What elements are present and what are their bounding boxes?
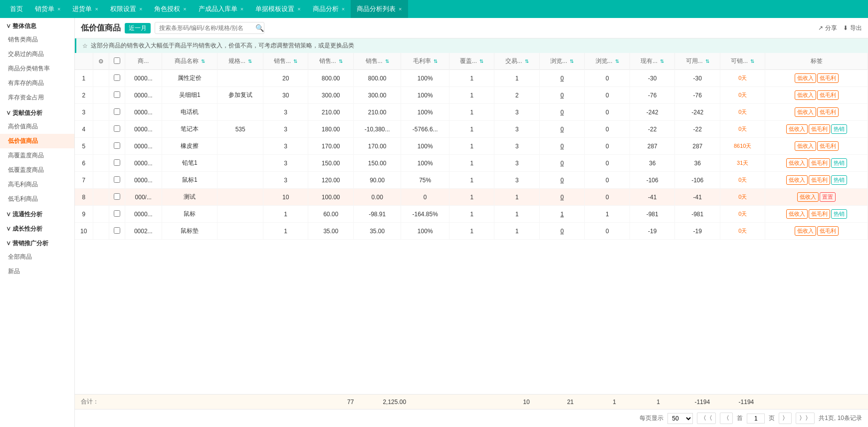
export-button[interactable]: ⬇ 导出 [843, 24, 862, 32]
cell-sales1: 20 [263, 70, 308, 87]
select-all-checkbox[interactable] [114, 57, 120, 64]
first-page-button[interactable]: 〈〈 [697, 413, 716, 424]
footer-totals: 合计： 772,125.00102111-1194-1194 [75, 394, 868, 409]
sidebar-item-低毛利商品[interactable]: 低毛利商品 [0, 192, 74, 206]
cell-cover: 1 [449, 223, 494, 240]
th-num [75, 53, 93, 70]
sidebar-item-低价值商品[interactable]: 低价值商品 [0, 134, 74, 148]
settings-icon[interactable]: ⚙ [98, 58, 104, 65]
cell-name: 属性定价 [162, 70, 217, 87]
cell-name: 电话机 [162, 104, 217, 121]
view-link[interactable]: 0 [560, 194, 564, 201]
table-row: 100002...鼠标垫135.0035.00100%1100-19-190天低… [75, 223, 868, 240]
sidebar-item-高覆盖度商品[interactable]: 高覆盖度商品 [0, 148, 74, 163]
close-icon[interactable]: × [399, 6, 402, 12]
sidebar-section-title[interactable]: ∨ 营销推广分析 [0, 235, 74, 250]
sidebar-section-title[interactable]: ∨ 整体信息 [0, 18, 74, 32]
row-checkbox[interactable] [114, 91, 120, 98]
filter-tag-button[interactable]: 近一月 [125, 23, 151, 33]
row-checkbox[interactable] [114, 210, 120, 217]
sidebar-item-全部商品[interactable]: 全部商品 [0, 250, 74, 264]
cell-tags: 低收入低毛利 [765, 104, 868, 121]
sidebar-item-商品分类销售率[interactable]: 商品分类销售率 [0, 61, 74, 76]
info-icon: ☆ [82, 42, 88, 49]
table-row: 20000...吴细细1参加复试30300.00300.00100%1200-7… [75, 87, 868, 104]
nav-item-销货单[interactable]: 销货单× [29, 0, 66, 18]
nav-item-权限设置[interactable]: 权限设置× [104, 0, 148, 18]
view-link[interactable]: 0 [560, 126, 564, 133]
row-checkbox[interactable] [114, 193, 120, 200]
close-icon[interactable]: × [240, 6, 243, 12]
view-link[interactable]: 0 [560, 160, 564, 167]
sidebar-item-销售类商品[interactable]: 销售类商品 [0, 32, 74, 47]
nav-item-产成品入库单[interactable]: 产成品入库单× [193, 0, 249, 18]
tag-badge: 低收入 [786, 124, 808, 134]
per-page-select[interactable]: 50 100 [667, 413, 693, 424]
view-link[interactable]: 0 [560, 75, 564, 82]
page-word: 首 [737, 414, 743, 423]
sidebar-item-低覆盖度商品[interactable]: 低覆盖度商品 [0, 163, 74, 177]
footer-cell: 1 [592, 399, 636, 406]
nav-item-首页[interactable]: 首页 [4, 0, 29, 18]
sidebar-item-库存资金占用[interactable]: 库存资金占用 [0, 90, 74, 105]
view-link[interactable]: 1 [560, 211, 564, 218]
close-icon[interactable]: × [342, 6, 345, 12]
nav-item-商品分析列表[interactable]: 商品分析列表× [351, 0, 408, 18]
cell-view1: 0 [539, 138, 585, 155]
th-label-spec: 规格... [228, 57, 245, 64]
page-input[interactable] [747, 414, 765, 424]
prev-page-button[interactable]: 〈 [720, 413, 733, 424]
next-page-button[interactable]: 〉 [779, 413, 792, 424]
th-label-sales3: 销售... [366, 57, 383, 64]
row-checkbox[interactable] [114, 142, 120, 149]
cell-view2: 1 [585, 206, 630, 223]
row-checkbox[interactable] [114, 108, 120, 115]
th-settings: ⚙ [93, 53, 109, 70]
sidebar-item-高毛利商品[interactable]: 高毛利商品 [0, 177, 74, 192]
cell-sales2: 300.00 [308, 87, 354, 104]
search-icon[interactable]: 🔍 [255, 24, 264, 32]
share-button[interactable]: ↗ 分享 [818, 24, 837, 32]
search-input[interactable] [155, 22, 264, 34]
sidebar-section-title[interactable]: ∨ 贡献值分析 [0, 105, 74, 119]
cell-view1: 0 [539, 121, 585, 138]
cell-sales2: 800.00 [308, 70, 354, 87]
th-label-view2: 浏览... [596, 57, 613, 64]
close-icon[interactable]: × [57, 6, 60, 12]
cell-cover: 1 [449, 206, 494, 223]
sidebar-item-新品[interactable]: 新品 [0, 264, 74, 279]
view-link[interactable]: 0 [560, 177, 564, 184]
row-checkbox[interactable] [114, 159, 120, 166]
cell-spec: 535 [217, 121, 263, 138]
cell-sales1: 3 [263, 121, 308, 138]
view-link[interactable]: 0 [560, 109, 564, 116]
row-checkbox[interactable] [114, 74, 120, 81]
sidebar-item-有库存的商品[interactable]: 有库存的商品 [0, 76, 74, 90]
close-icon[interactable]: × [95, 6, 98, 12]
row-checkbox[interactable] [114, 176, 120, 183]
sidebar-item-高价值商品[interactable]: 高价值商品 [0, 119, 74, 134]
cell-spec [217, 138, 263, 155]
close-icon[interactable]: × [183, 6, 186, 12]
sidebar-section-title[interactable]: ∨ 成长性分析 [0, 221, 74, 235]
cell-code: 0000... [125, 155, 162, 172]
sidebar-item-交易过的商品[interactable]: 交易过的商品 [0, 47, 74, 61]
tag-badge: 热销 [831, 124, 847, 134]
nav-item-进货单[interactable]: 进货单× [66, 0, 104, 18]
row-checkbox[interactable] [114, 227, 120, 234]
view-link[interactable]: 0 [560, 143, 564, 150]
row-checkbox[interactable] [114, 125, 120, 132]
cell-settings [93, 172, 109, 189]
view-link[interactable]: 0 [560, 92, 564, 99]
tag-badge: 低收入 [786, 209, 808, 219]
close-icon[interactable]: × [297, 6, 300, 12]
nav-item-商品分析[interactable]: 商品分析× [307, 0, 351, 18]
close-icon[interactable]: × [139, 6, 142, 12]
nav-item-角色授权[interactable]: 角色授权× [148, 0, 192, 18]
view-link[interactable]: 0 [560, 228, 564, 235]
last-page-button[interactable]: 〉〉 [796, 413, 815, 424]
nav-item-单据模板设置[interactable]: 单据模板设置× [249, 0, 306, 18]
cell-available: 287 [675, 138, 720, 155]
cell-cover: 1 [449, 155, 494, 172]
sidebar-section-title[interactable]: ∨ 流通性分析 [0, 206, 74, 221]
